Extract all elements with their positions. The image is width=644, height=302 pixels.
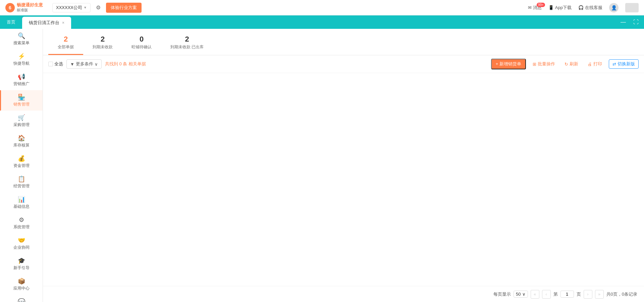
select-all-checkbox[interactable]: 全选: [48, 61, 63, 67]
sidebar-item-enterprise-wechat[interactable]: 💬 企业微信: [0, 295, 43, 302]
found-count-text: 共找到 0 条 相关单据: [105, 61, 146, 67]
toolbar: 全选 ▼ 更多条件 ∨ 共找到 0 条 相关单据 + 新增销货单 ⊞: [43, 55, 644, 73]
summary-tab-overdue-unshipped[interactable]: 2 到期未收款 已出库: [161, 33, 213, 55]
app-name-area: 畅捷通好生意 标准版: [17, 2, 43, 13]
headset-icon: 🎧: [578, 5, 584, 10]
filter-button[interactable]: ▼ 更多条件 ∨: [66, 59, 102, 69]
sidebar-label-marketing: 营销推广: [13, 81, 30, 87]
avatar[interactable]: 👤: [609, 3, 619, 12]
sidebar-item-inventory[interactable]: 🏠 库存核算: [0, 131, 43, 152]
sidebar-label-purchase: 采购管理: [13, 122, 30, 128]
sidebar-item-search-menu[interactable]: 🔍 搜索菜单: [0, 29, 43, 49]
page-label: 第: [553, 291, 558, 297]
summary-tab-wangpu-pending[interactable]: 0 旺铺待确认: [122, 33, 161, 55]
app-download-label: App下载: [555, 5, 572, 11]
filter-icon: ▼: [70, 62, 74, 67]
summary-tab-all[interactable]: 2 全部单据: [48, 33, 83, 55]
sidebar-label-operations: 经营管理: [13, 183, 30, 189]
experience-button[interactable]: 体验行业方案: [106, 3, 142, 13]
settings-icon[interactable]: ⚙: [93, 3, 103, 13]
sidebar-item-newbie[interactable]: 🎓 新手引导: [0, 254, 43, 274]
sidebar-label-newbie: 新手引导: [13, 265, 30, 271]
sidebar-item-marketing[interactable]: 📢 营销推广: [0, 70, 43, 90]
app-download-button[interactable]: 📱 App下载: [548, 5, 572, 11]
finance-icon: 💰: [18, 156, 25, 162]
tab-workbench[interactable]: 钱货日清工作台 ×: [22, 17, 71, 29]
switch-version-button[interactable]: ⇄ 切换新版: [609, 59, 639, 69]
first-page-icon: «: [534, 292, 536, 297]
table-area: [43, 73, 644, 286]
enterprise-wechat-icon: 💬: [18, 299, 25, 302]
prev-page-button[interactable]: ‹: [542, 290, 551, 299]
sidebar-label-sales: 销售管理: [13, 102, 30, 107]
page-total: 共0页，0条记录: [606, 291, 637, 297]
print-button[interactable]: 🖨 打印: [585, 60, 605, 68]
sidebar-label-enterprise-coop: 企业协同: [13, 245, 30, 250]
sidebar-item-purchase[interactable]: 🛒 采购管理: [0, 111, 43, 131]
found-prefix: 共找到: [105, 61, 118, 66]
sales-icon: 🏪: [18, 94, 25, 100]
sidebar-item-system[interactable]: ⚙ 系统管理: [0, 213, 43, 233]
sidebar-label-search-menu: 搜索菜单: [13, 40, 30, 46]
online-service-button[interactable]: 🎧 在线客服: [578, 5, 602, 11]
operations-icon: 📋: [18, 176, 25, 182]
quick-nav-icon: ⚡: [18, 53, 25, 59]
message-button[interactable]: ✉ 消息 99+: [528, 5, 542, 11]
online-service-label: 在线客服: [585, 5, 602, 11]
batch-operation-button[interactable]: ⊞ 批量操作: [530, 60, 558, 68]
company-selector[interactable]: XXXXXX公司 ▼: [52, 3, 91, 12]
checkbox-box[interactable]: [48, 62, 53, 66]
app-name: 畅捷通好生意: [17, 2, 43, 8]
per-page-select[interactable]: 50 ∨: [514, 291, 528, 298]
filter-label: 更多条件: [76, 61, 93, 67]
next-page-button[interactable]: ›: [584, 290, 592, 299]
logo-icon: 6: [5, 3, 15, 12]
pagination: 每页显示 50 ∨ « ‹ 第 页 › » 共0页，0条记录: [43, 286, 644, 302]
page-input[interactable]: [560, 291, 574, 298]
message-icon: ✉: [528, 5, 532, 10]
summary-tab-overdue-uncollected[interactable]: 2 到期未收款: [83, 33, 122, 55]
sidebar-item-app-center[interactable]: 📦 应用中心: [0, 274, 43, 295]
batch-label: 批量操作: [538, 61, 555, 67]
last-page-icon: »: [598, 292, 600, 297]
tab-minimize-icon[interactable]: —: [619, 18, 628, 26]
page-end-label: 页: [577, 291, 581, 297]
tab-maximize-icon[interactable]: ⛶: [631, 18, 641, 26]
main-layout: 🔍 搜索菜单 ⚡ 快捷导航 📢 营销推广 🏪 销售管理 🛒 采购管理 🏠 库存核…: [0, 29, 644, 302]
sidebar-label-finance: 资金管理: [13, 163, 30, 169]
sidebar-item-finance[interactable]: 💰 资金管理: [0, 152, 43, 172]
tab-close-icon[interactable]: ×: [62, 20, 64, 25]
sidebar-item-sales[interactable]: 🏪 销售管理: [0, 90, 43, 111]
first-page-button[interactable]: «: [531, 290, 539, 299]
per-page-label: 每页显示: [493, 291, 511, 297]
tab-bar-actions: — ⛶: [619, 15, 644, 29]
toolbar-left: 全选 ▼ 更多条件 ∨ 共找到 0 条 相关单据: [48, 59, 488, 69]
newbie-icon: 🎓: [18, 258, 25, 264]
marketing-icon: 📢: [18, 74, 25, 80]
last-page-button[interactable]: »: [595, 290, 604, 299]
inventory-icon: 🏠: [18, 135, 25, 141]
user-name-area[interactable]: [625, 3, 639, 12]
summary-count-all: 2: [64, 36, 68, 43]
found-unit: 条: [123, 61, 127, 66]
summary-count-overdue-uncollected: 2: [101, 36, 105, 43]
sidebar-item-quick-nav[interactable]: ⚡ 快捷导航: [0, 49, 43, 70]
sidebar-item-basics[interactable]: 📊 基础信息: [0, 192, 43, 213]
summary-label-wangpu: 旺铺待确认: [131, 44, 152, 50]
header-left: 6 畅捷通好生意 标准版 XXXXXX公司 ▼ ⚙ 体验行业方案: [5, 2, 142, 13]
company-name: XXXXXX公司: [56, 5, 82, 11]
sidebar-label-basics: 基础信息: [13, 204, 30, 209]
select-all-label: 全选: [54, 61, 63, 67]
batch-icon: ⊞: [533, 62, 536, 67]
tab-home[interactable]: 首页: [0, 15, 22, 29]
sidebar-item-enterprise-coop[interactable]: 🤝 企业协同: [0, 233, 43, 254]
header-right: ✉ 消息 99+ 📱 App下载 🎧 在线客服 👤: [528, 3, 639, 12]
sidebar-label-quick-nav: 快捷导航: [13, 61, 30, 66]
sidebar-item-operations[interactable]: 📋 经营管理: [0, 172, 43, 192]
refresh-icon: ↻: [565, 62, 568, 67]
refresh-button[interactable]: ↻ 刷新: [562, 60, 581, 68]
tab-workbench-label: 钱货日清工作台: [29, 20, 59, 26]
add-sale-order-button[interactable]: + 新增销货单: [491, 59, 526, 69]
summary-label-overdue-uncollected: 到期未收款: [93, 44, 113, 50]
prev-page-icon: ‹: [546, 292, 547, 297]
